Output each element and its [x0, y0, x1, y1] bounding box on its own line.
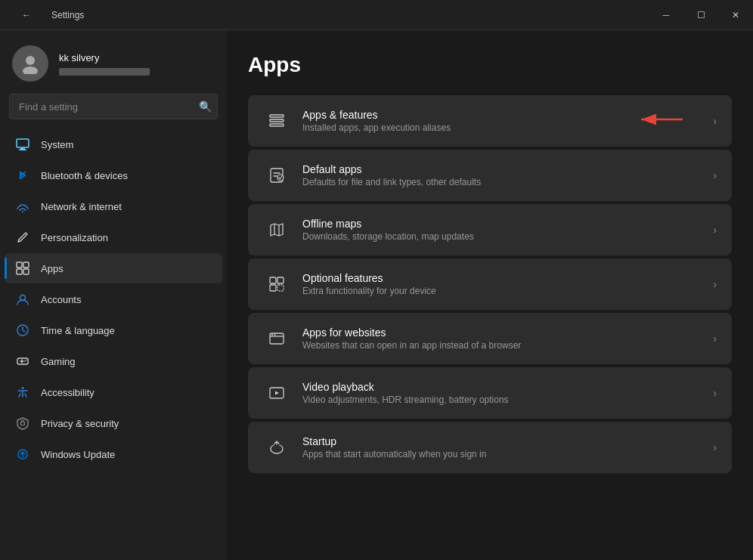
svg-point-13 — [24, 360, 26, 362]
sidebar-item-time[interactable]: Time & language — [5, 315, 222, 345]
sidebar-item-accessibility[interactable]: Accessibility — [5, 377, 222, 407]
nav-icon-gaming — [15, 354, 30, 369]
sidebar-item-system[interactable]: System — [5, 129, 222, 159]
svg-rect-6 — [17, 262, 22, 268]
avatar — [12, 45, 48, 82]
svg-rect-16 — [21, 422, 25, 425]
nav-label-update: Windows Update — [41, 449, 115, 460]
search-icon: 🔍 — [199, 101, 212, 113]
settings-title-default-apps: Default apps — [302, 163, 701, 175]
sidebar-item-apps[interactable]: Apps — [5, 253, 222, 283]
settings-title-optional-features: Optional features — [302, 272, 701, 284]
settings-icon-apps-websites — [263, 325, 290, 352]
settings-icon-startup — [263, 434, 290, 461]
settings-item-video-playback[interactable]: Video playback Video adjustments, HDR st… — [248, 367, 732, 419]
sidebar-item-network[interactable]: Network & internet — [5, 191, 222, 221]
settings-text-apps-websites: Apps for websites Websites that can open… — [302, 326, 701, 351]
sidebar-item-update[interactable]: Windows Update — [5, 439, 222, 469]
settings-title-startup: Startup — [302, 435, 701, 447]
svg-rect-9 — [23, 269, 29, 274]
svg-point-15 — [22, 387, 24, 389]
svg-point-5 — [22, 211, 23, 212]
nav-label-accounts: Accounts — [41, 294, 81, 305]
sidebar-item-privacy[interactable]: Privacy & security — [5, 408, 222, 438]
settings-item-optional-features[interactable]: Optional features Extra functionality fo… — [248, 258, 732, 310]
close-icon: ✕ — [732, 10, 739, 20]
minimize-button[interactable]: ─ — [649, 0, 683, 30]
nav-icon-time — [15, 323, 30, 338]
user-name: kk silvery — [59, 52, 150, 63]
svg-rect-8 — [17, 269, 22, 274]
titlebar-title: Settings — [51, 10, 84, 20]
chevron-icon-optional-features: › — [713, 278, 717, 290]
main-content: Apps Apps & features Installed apps, app… — [227, 30, 753, 560]
sidebar-item-gaming[interactable]: Gaming — [5, 346, 222, 376]
settings-desc-optional-features: Extra functionality for your device — [302, 286, 701, 296]
settings-text-offline-maps: Offline maps Downloads, storage location… — [302, 218, 701, 242]
nav-label-network: Network & internet — [41, 201, 122, 212]
maximize-button[interactable]: ☐ — [683, 0, 718, 30]
user-profile[interactable]: kk silvery — [0, 30, 227, 94]
settings-title-video-playback: Video playback — [302, 381, 701, 393]
svg-rect-4 — [19, 150, 26, 151]
user-bar — [59, 68, 150, 76]
titlebar-left: ← Settings — [9, 0, 84, 30]
settings-desc-offline-maps: Downloads, storage location, map updates — [302, 231, 701, 242]
settings-item-offline-maps[interactable]: Offline maps Downloads, storage location… — [248, 204, 732, 255]
chevron-icon-startup: › — [713, 441, 717, 453]
settings-icon-offline-maps — [263, 216, 290, 243]
sidebar-item-personalization[interactable]: Personalization — [5, 222, 222, 252]
nav-icon-update — [15, 447, 30, 462]
settings-item-apps-websites[interactable]: Apps for websites Websites that can open… — [248, 313, 732, 364]
settings-text-optional-features: Optional features Extra functionality fo… — [302, 272, 701, 296]
settings-text-video-playback: Video playback Video adjustments, HDR st… — [302, 381, 701, 405]
settings-text-default-apps: Default apps Defaults for file and link … — [302, 163, 701, 187]
svg-point-28 — [271, 334, 273, 336]
sidebar-item-bluetooth[interactable]: Bluetooth & devices — [5, 160, 222, 190]
settings-desc-apps-features: Installed apps, app execution aliases — [302, 122, 701, 133]
titlebar: ← Settings ─ ☐ ✕ — [0, 0, 753, 30]
nav-label-time: Time & language — [41, 325, 115, 336]
settings-desc-startup: Apps that start automatically when you s… — [302, 449, 701, 459]
settings-list: Apps & features Installed apps, app exec… — [248, 95, 732, 473]
nav-label-gaming: Gaming — [41, 356, 76, 367]
chevron-icon-offline-maps: › — [713, 224, 717, 236]
search-input[interactable] — [9, 94, 218, 119]
nav-label-system: System — [41, 139, 73, 150]
search-box: 🔍 — [9, 94, 218, 119]
close-button[interactable]: ✕ — [718, 0, 753, 30]
nav-icon-privacy — [15, 416, 30, 431]
svg-point-1 — [23, 67, 38, 74]
svg-rect-19 — [270, 124, 284, 126]
nav-label-bluetooth: Bluetooth & devices — [41, 170, 128, 181]
nav-label-accessibility: Accessibility — [41, 387, 95, 398]
settings-item-apps-features[interactable]: Apps & features Installed apps, app exec… — [248, 95, 732, 147]
settings-icon-optional-features — [263, 271, 290, 298]
settings-item-startup[interactable]: Startup Apps that start automatically wh… — [248, 422, 732, 473]
chevron-icon-apps-websites: › — [713, 333, 717, 345]
nav-icon-accessibility — [15, 385, 30, 400]
user-info: kk silvery — [59, 52, 150, 76]
sidebar-item-accounts[interactable]: Accounts — [5, 284, 222, 314]
sidebar-nav: System Bluetooth & devices Network & int… — [0, 128, 227, 470]
nav-icon-accounts — [15, 292, 30, 307]
nav-icon-personalization — [15, 230, 30, 245]
maximize-icon: ☐ — [697, 10, 705, 20]
nav-icon-network — [15, 199, 30, 214]
settings-text-startup: Startup Apps that start automatically wh… — [302, 435, 701, 459]
settings-icon-default-apps — [263, 162, 290, 189]
chevron-icon-video-playback: › — [713, 387, 717, 399]
page-title: Apps — [248, 53, 732, 77]
settings-desc-default-apps: Defaults for file and link types, other … — [302, 177, 701, 187]
svg-rect-2 — [17, 139, 29, 147]
svg-rect-23 — [270, 277, 276, 283]
nav-icon-bluetooth — [15, 168, 30, 183]
minimize-icon: ─ — [663, 10, 670, 20]
settings-item-default-apps[interactable]: Default apps Defaults for file and link … — [248, 150, 732, 201]
nav-label-personalization: Personalization — [41, 232, 108, 243]
back-button[interactable]: ← — [9, 0, 44, 30]
settings-icon-video-playback — [263, 379, 290, 407]
chevron-icon-apps-features: › — [713, 115, 717, 127]
svg-rect-26 — [277, 285, 284, 291]
svg-rect-7 — [23, 262, 29, 268]
